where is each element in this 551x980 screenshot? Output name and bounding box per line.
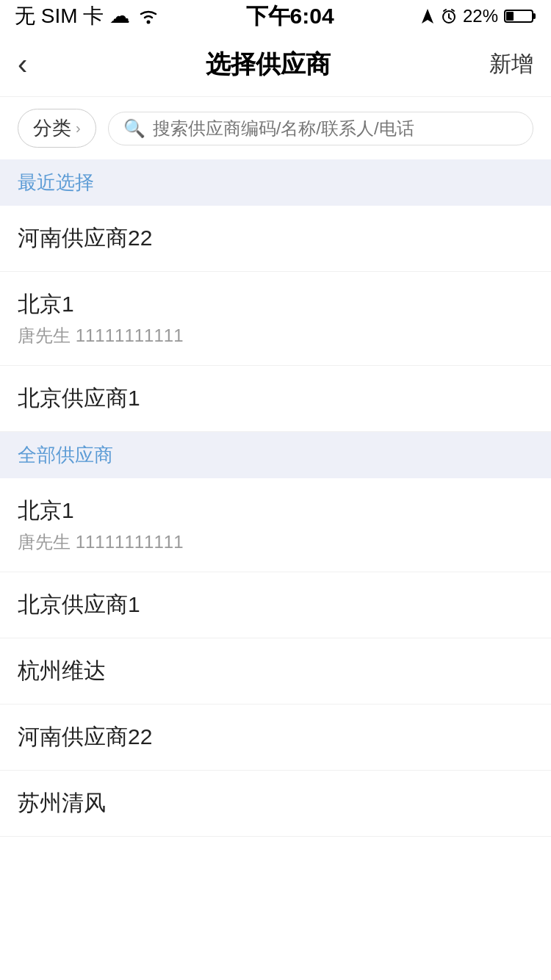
status-right: 22% xyxy=(420,6,536,26)
item-name: 杭州维达 xyxy=(18,656,533,686)
svg-point-0 xyxy=(147,21,151,24)
list-item[interactable]: 北京1唐先生 11111111111 xyxy=(0,272,551,366)
recent-items-list: 河南供应商22北京1唐先生 11111111111北京供应商1 xyxy=(0,206,551,432)
battery-icon xyxy=(504,8,536,24)
sim-text: 无 SIM 卡 ☁ xyxy=(15,2,130,30)
svg-line-3 xyxy=(449,18,451,19)
all-items-list: 北京1唐先生 11111111111北京供应商1杭州维达河南供应商22苏州清风 xyxy=(0,478,551,837)
status-left: 无 SIM 卡 ☁ xyxy=(15,2,159,30)
alarm-icon xyxy=(441,8,457,24)
search-input[interactable] xyxy=(153,118,518,139)
item-sub: 唐先生 11111111111 xyxy=(18,530,533,554)
status-time: 下午6:04 xyxy=(246,1,334,32)
list-item[interactable]: 河南供应商22 xyxy=(0,206,551,272)
list-item[interactable]: 北京供应商1 xyxy=(0,572,551,638)
item-name: 北京1 xyxy=(18,496,533,526)
back-button[interactable]: ‹ xyxy=(18,48,62,81)
list-item[interactable]: 北京供应商1 xyxy=(0,366,551,432)
list-item[interactable]: 河南供应商22 xyxy=(0,705,551,771)
battery-text: 22% xyxy=(463,6,498,26)
category-label: 分类 xyxy=(33,115,71,141)
status-bar: 无 SIM 卡 ☁ 下午6:04 22% xyxy=(0,0,551,32)
recent-section-label: 最近选择 xyxy=(18,171,94,193)
svg-rect-7 xyxy=(506,12,514,21)
item-sub: 唐先生 11111111111 xyxy=(18,324,533,347)
svg-rect-8 xyxy=(533,13,536,19)
all-section-header: 全部供应商 xyxy=(0,432,551,478)
item-name: 北京供应商1 xyxy=(18,590,533,620)
item-name: 北京供应商1 xyxy=(18,383,533,414)
item-name: 河南供应商22 xyxy=(18,223,533,253)
search-icon: 🔍 xyxy=(123,118,145,139)
category-button[interactable]: 分类 › xyxy=(18,109,96,148)
item-name: 苏州清风 xyxy=(18,788,533,818)
item-name: 河南供应商22 xyxy=(18,722,533,752)
add-button[interactable]: 新增 xyxy=(475,49,533,79)
recent-section-header: 最近选择 xyxy=(0,159,551,206)
page-title: 选择供应商 xyxy=(206,48,331,82)
all-section-label: 全部供应商 xyxy=(18,444,113,466)
search-box[interactable]: 🔍 xyxy=(108,112,533,145)
list-item[interactable]: 苏州清风 xyxy=(0,771,551,837)
list-item[interactable]: 北京1唐先生 11111111111 xyxy=(0,478,551,572)
item-name: 北京1 xyxy=(18,289,533,320)
chevron-right-icon: › xyxy=(76,120,81,137)
location-icon xyxy=(420,7,435,25)
svg-line-5 xyxy=(452,10,454,11)
list-item[interactable]: 杭州维达 xyxy=(0,638,551,705)
wifi-icon xyxy=(137,8,159,24)
nav-bar: ‹ 选择供应商 新增 xyxy=(0,32,551,97)
svg-line-4 xyxy=(444,10,446,11)
filter-bar: 分类 › 🔍 xyxy=(0,97,551,159)
